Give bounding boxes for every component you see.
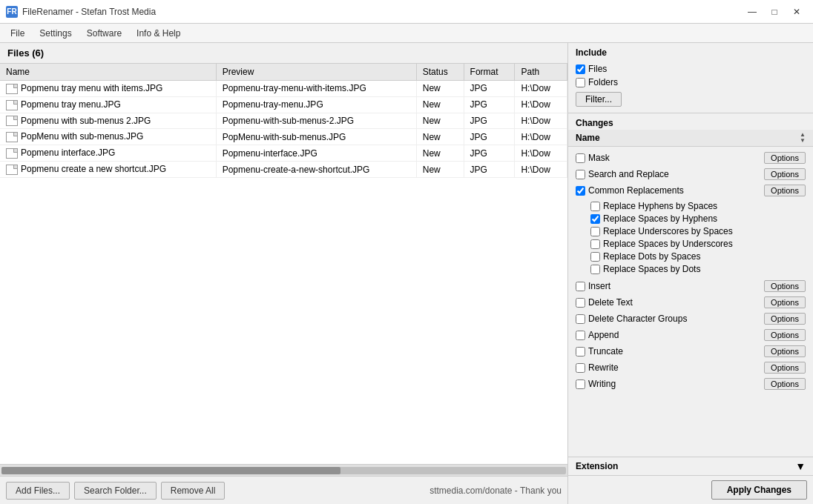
options-button-0[interactable]: Options (764, 152, 806, 164)
table-row[interactable]: Popmenu tray menu.JPG Popmenu-tray-menu.… (0, 96, 567, 113)
close-button[interactable]: ✕ (786, 3, 807, 21)
extension-label: Extension (576, 461, 618, 471)
remove-all-button[interactable]: Remove All (161, 482, 226, 500)
change-label: Append (588, 330, 619, 340)
change-checkbox-2[interactable] (576, 186, 585, 196)
left-panel: Files (6) Name Preview Status Format Pat… (0, 43, 568, 504)
changes-section: Changes Name ▲ ▼ MaskOptionsSearch and R… (568, 113, 813, 504)
change-label: Insert (588, 281, 610, 291)
include-files-row: Files (576, 62, 806, 76)
cell-status: New (416, 96, 464, 113)
cell-preview: Popmenu-with-sub-menus-2.JPG (216, 113, 416, 129)
options-button-8[interactable]: Options (764, 362, 806, 374)
options-button-9[interactable]: Options (764, 378, 806, 390)
change-label: Truncate (588, 346, 623, 357)
change-label: Search and Replace (588, 169, 669, 179)
files-checkbox[interactable] (576, 64, 585, 74)
change-checkbox-6[interactable] (576, 331, 585, 340)
sub-checkbox-2-3[interactable] (590, 239, 600, 249)
change-row: Delete Character GroupsOptions (568, 311, 813, 327)
change-item: Delete Character GroupsOptions (568, 311, 813, 327)
change-item: Delete TextOptions (568, 294, 813, 311)
change-row: Common ReplacementsOptions (568, 182, 813, 199)
change-item: WritingOptions (568, 376, 813, 392)
options-button-7[interactable]: Options (764, 345, 806, 357)
menu-info-help[interactable]: Info & Help (129, 25, 188, 42)
cell-preview: Popmenu-tray-menu.JPG (216, 96, 416, 113)
extension-arrow[interactable]: ▼ (795, 460, 806, 472)
sub-label: Replace Underscores by Spaces (603, 226, 733, 236)
scroll-down-arrow[interactable]: ▼ (800, 138, 806, 144)
files-header: Files (6) (0, 43, 567, 64)
change-row-left: Common Replacements (576, 185, 764, 196)
cell-name: Popmenu tray menu.JPG (0, 96, 216, 113)
change-checkbox-7[interactable] (576, 347, 585, 357)
change-row: WritingOptions (568, 376, 813, 392)
change-checkbox-1[interactable] (576, 170, 585, 179)
change-checkbox-8[interactable] (576, 363, 585, 373)
change-checkbox-3[interactable] (576, 282, 585, 291)
cell-preview: Popmenu-tray-menu-with-items.JPG (216, 81, 416, 97)
options-button-4[interactable]: Options (764, 296, 806, 308)
cell-name: Popmenu create a new shortcut.JPG (0, 162, 216, 178)
change-label: Writing (588, 379, 616, 389)
cell-format: JPG (464, 81, 515, 97)
change-checkbox-9[interactable] (576, 379, 585, 389)
extension-section: Extension ▼ (568, 457, 813, 475)
col-name: Name (0, 64, 216, 81)
files-label: Files (588, 64, 607, 74)
table-row[interactable]: Popmenu with sub-menus 2.JPG Popmenu-wit… (0, 113, 567, 129)
change-checkbox-4[interactable] (576, 298, 585, 308)
add-files-button[interactable]: Add Files... (6, 482, 70, 500)
sub-checkbox-row: Replace Underscores by Spaces (590, 225, 806, 237)
apply-changes-button[interactable]: Apply Changes (711, 480, 807, 500)
sub-checkbox-2-5[interactable] (590, 265, 600, 274)
change-checkbox-0[interactable] (576, 153, 585, 163)
menu-settings[interactable]: Settings (32, 25, 79, 42)
scroll-arrows: ▲ ▼ (800, 132, 806, 144)
options-button-6[interactable]: Options (764, 329, 806, 341)
cell-preview: PopMenu-with-sub-menus.JPG (216, 129, 416, 145)
cell-format: JPG (464, 145, 515, 162)
menu-software[interactable]: Software (79, 25, 129, 42)
scrollbar-thumb[interactable] (1, 467, 340, 474)
horizontal-scrollbar[interactable] (0, 464, 567, 476)
change-item: RewriteOptions (568, 359, 813, 376)
change-row: MaskOptions (568, 150, 813, 166)
sub-label: Replace Dots by Spaces (603, 251, 700, 262)
folders-checkbox[interactable] (576, 78, 585, 87)
maximize-button[interactable]: □ (764, 3, 785, 21)
search-folder-button[interactable]: Search Folder... (74, 482, 157, 500)
sub-checkbox-row: Replace Spaces by Underscores (590, 238, 806, 250)
options-button-2[interactable]: Options (764, 185, 806, 196)
change-item: AppendOptions (568, 327, 813, 343)
change-row: InsertOptions (568, 278, 813, 294)
sub-checkbox-2-0[interactable] (590, 202, 600, 211)
options-button-5[interactable]: Options (764, 313, 806, 325)
change-item: InsertOptions (568, 278, 813, 294)
minimize-button[interactable]: — (742, 3, 763, 21)
table-row[interactable]: Popmenu interface.JPG Popmenu-interface.… (0, 145, 567, 162)
change-row-left: Append (576, 330, 764, 340)
folders-label: Folders (588, 77, 618, 87)
filter-button[interactable]: Filter... (576, 92, 622, 107)
scrollbar-track[interactable] (1, 467, 566, 474)
menu-file[interactable]: File (3, 25, 32, 42)
cell-format: JPG (464, 162, 515, 178)
table-row[interactable]: PopMenu with sub-menus.JPG PopMenu-with-… (0, 129, 567, 145)
options-button-1[interactable]: Options (764, 168, 806, 180)
sub-checkbox-2-2[interactable] (590, 227, 600, 236)
table-row[interactable]: Popmenu tray menu with items.JPG Popmenu… (0, 81, 567, 97)
right-panel: Include Files Folders Filter... Changes … (568, 43, 813, 504)
change-row-left: Insert (576, 281, 764, 291)
table-row[interactable]: Popmenu create a new shortcut.JPG Popmen… (0, 162, 567, 178)
sub-checkbox-2-1[interactable] (590, 214, 600, 224)
sub-label: Replace Spaces by Dots (603, 264, 700, 274)
options-button-3[interactable]: Options (764, 280, 806, 292)
sub-checkbox-2-4[interactable] (590, 252, 600, 262)
change-row-left: Rewrite (576, 362, 764, 373)
app-icon: FR (6, 6, 18, 18)
cell-status: New (416, 81, 464, 97)
change-checkbox-5[interactable] (576, 314, 585, 324)
change-row: AppendOptions (568, 327, 813, 343)
